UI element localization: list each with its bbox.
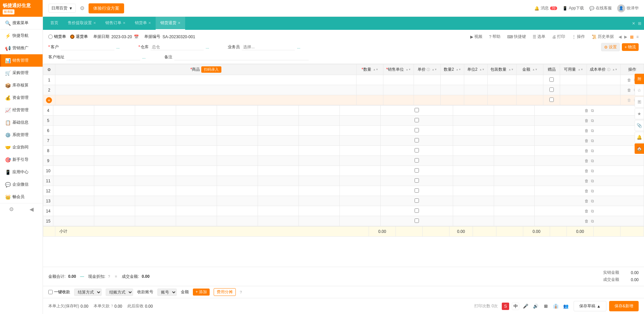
copy-row-4-icon[interactable]: ⧉ <box>591 108 594 113</box>
sidebar-item-search[interactable]: 🔍 搜索菜单 <box>0 17 43 29</box>
qty2-cell-2[interactable] <box>441 85 464 95</box>
qty2-cell-11[interactable] <box>217 176 258 186</box>
sidebar-item-sales[interactable]: 📊 销售管理 <box>0 54 43 67</box>
copy-row-11-icon[interactable]: ⧉ <box>591 179 594 183</box>
amount-cell-3[interactable] <box>517 95 543 105</box>
staff-input[interactable] <box>242 44 295 50</box>
copy-row-5-icon[interactable]: ⧉ <box>591 118 594 123</box>
user-menu[interactable]: 👤 徐泽华 <box>617 4 639 12</box>
sidebar-item-wechat[interactable]: 💬 企业微信 <box>0 178 43 191</box>
delete-row-2-icon[interactable]: 🗑 <box>627 88 631 92</box>
add-fee-btn[interactable]: + 添加 <box>193 289 210 296</box>
qty2-cell-8[interactable] <box>217 146 258 156</box>
price-cell-10[interactable] <box>176 166 217 176</box>
price-cell-12[interactable] <box>176 186 217 196</box>
qty2-cell-5[interactable] <box>217 116 258 126</box>
pkg-cell-3[interactable] <box>488 95 517 105</box>
qty-cell-11[interactable] <box>94 176 135 186</box>
copy-row-8-icon[interactable]: ⧉ <box>591 148 594 153</box>
unit2-cell-5[interactable] <box>258 116 299 126</box>
amount-cell-15[interactable] <box>340 216 381 226</box>
unit2-cell-7[interactable] <box>258 136 299 146</box>
price-cell-8[interactable] <box>176 146 217 156</box>
delete-row-11-icon[interactable]: 🗑 <box>585 179 589 183</box>
doc-type-sale-radio[interactable]: 销货单 <box>48 34 66 40</box>
pkg-cell-6[interactable] <box>299 126 340 136</box>
taskbar-shirt-icon[interactable]: 👔 <box>552 303 559 310</box>
operation-btn[interactable]: ⋮ 操作 <box>570 33 587 40</box>
help-btn[interactable]: ? 帮助 <box>487 33 502 40</box>
qty2-cell-14[interactable] <box>217 206 258 216</box>
product-cell-4[interactable] <box>53 106 94 116</box>
gift-cell-8[interactable] <box>381 146 453 156</box>
qty2-cell-3[interactable] <box>441 95 464 105</box>
print-btn[interactable]: 🖨 打印 <box>550 33 567 40</box>
gift-cell-10[interactable] <box>381 166 453 176</box>
avail-cell-4[interactable] <box>453 106 494 116</box>
right-float-img-btn[interactable]: 图 <box>635 97 644 108</box>
cost-sort-icon[interactable]: ▲▼ <box>612 68 618 71</box>
pkg-cell-13[interactable] <box>299 196 340 206</box>
amount-cell-11[interactable] <box>340 176 381 186</box>
qty2-cell-13[interactable] <box>217 196 258 206</box>
one-click-pay-checkbox[interactable]: 一键收款 <box>48 289 70 295</box>
gift-cell-9[interactable] <box>381 156 453 166</box>
tab-sales-delivery[interactable]: 销货单 ✕ <box>130 17 156 30</box>
amount-cell-8[interactable] <box>340 146 381 156</box>
add-row-btn-cell[interactable]: + <box>43 95 55 105</box>
qty2-cell-4[interactable] <box>217 106 258 116</box>
avail-cell-5[interactable] <box>453 116 494 126</box>
unit2-cell-9[interactable] <box>258 156 299 166</box>
price-cell-9[interactable] <box>176 156 217 166</box>
pkg-cell-2[interactable] <box>488 85 517 95</box>
avail-cell-3[interactable] <box>560 95 587 105</box>
copy-row-10-icon[interactable]: ⧉ <box>591 169 594 173</box>
qty-cell-12[interactable] <box>94 186 135 196</box>
unit-cell-11[interactable] <box>135 176 176 186</box>
unit-cell-6[interactable] <box>135 126 176 136</box>
settle-method-select[interactable]: 结算方式 <box>74 289 102 296</box>
messages-btn[interactable]: 🔔 消息 70 <box>534 5 557 11</box>
pkg-sort-icon[interactable]: ▲▼ <box>508 68 514 71</box>
sidebar-item-inventory[interactable]: 📦 库存核算 <box>0 79 43 91</box>
account-select[interactable]: 账号 <box>157 289 177 296</box>
price-cell-6[interactable] <box>176 126 217 136</box>
price-cell-1[interactable] <box>414 75 441 85</box>
column-settings-icon[interactable]: ⚙ <box>47 67 51 72</box>
delete-row-4-icon[interactable]: 🗑 <box>585 108 589 113</box>
pkg-cell-12[interactable] <box>299 186 340 196</box>
gift-cell-14[interactable] <box>381 206 453 216</box>
qty-cell-9[interactable] <box>94 156 135 166</box>
delete-row-9-icon[interactable]: 🗑 <box>585 159 589 163</box>
qty-cell-1[interactable] <box>357 75 383 85</box>
select-order-btn[interactable]: ☰ 选单 <box>531 33 547 40</box>
qty-cell-2[interactable] <box>357 85 383 95</box>
qty-cell-14[interactable] <box>94 206 135 216</box>
warehouse-input[interactable] <box>151 44 204 50</box>
avail-cell-6[interactable] <box>453 126 494 136</box>
tab-home[interactable]: 首页 <box>46 17 63 30</box>
gift-cell-3[interactable] <box>543 95 560 105</box>
qty-cell-3[interactable] <box>357 95 383 105</box>
qty2-cell-10[interactable] <box>217 166 258 176</box>
tab-price-close-icon[interactable]: ✕ <box>93 21 96 25</box>
amount-cell-6[interactable] <box>340 126 381 136</box>
sidebar-settings-btn[interactable]: ⚙ <box>9 206 14 212</box>
pkg-cell-9[interactable] <box>299 156 340 166</box>
qty-cell-6[interactable] <box>94 126 135 136</box>
gift-cell-5[interactable] <box>381 116 453 126</box>
unit2-cell-6[interactable] <box>258 126 299 136</box>
qty-cell-5[interactable] <box>94 116 135 126</box>
price-cell-13[interactable] <box>176 196 217 206</box>
online-service-btn[interactable]: 💬 在线客服 <box>589 5 612 11</box>
gift-cell-1[interactable] <box>543 75 560 85</box>
copy-row-15-icon[interactable]: ⧉ <box>591 219 594 224</box>
scan-entry-btn[interactable]: 扫码录入 <box>201 66 221 73</box>
delete-row-6-icon[interactable]: 🗑 <box>585 128 589 133</box>
calendar-icon[interactable]: 📅 <box>134 35 139 39</box>
delete-row-5-icon[interactable]: 🗑 <box>585 118 589 123</box>
price-cell-14[interactable] <box>176 206 217 216</box>
unit2-cell-12[interactable] <box>258 186 299 196</box>
product-cell-10[interactable] <box>53 166 94 176</box>
product-cell-3[interactable] <box>55 95 357 105</box>
